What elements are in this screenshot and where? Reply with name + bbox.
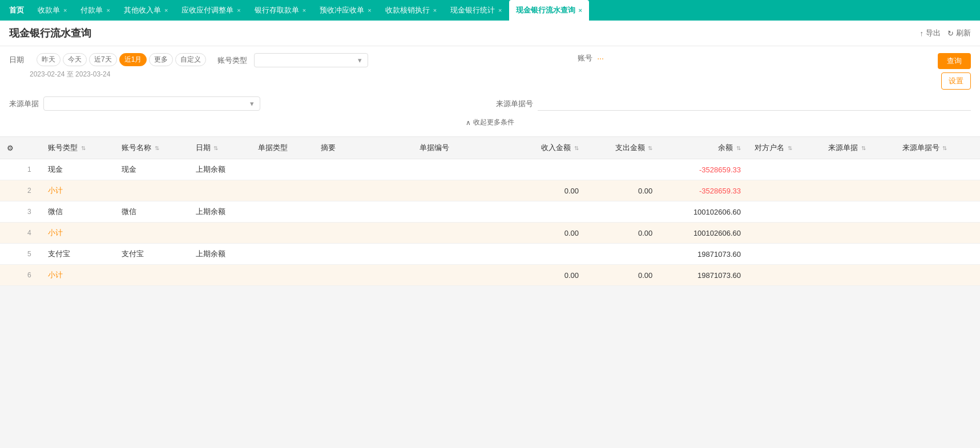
collapse-button[interactable]: ∧ 收起更多条件 [459,115,521,130]
row-account-name [115,223,188,244]
close-cash-bank-stat-icon[interactable]: × [498,7,502,14]
close-bank-deposit-icon[interactable]: × [303,7,306,14]
col-counterpart-label: 对方户名 [755,143,784,152]
col-source-doc[interactable]: 来源单据 ⇅ [821,137,895,159]
nav-item-receipt[interactable]: 收款单 × [31,0,74,21]
nav-item-bank-deposit[interactable]: 银行存取款单 × [248,0,313,21]
page-title: 现金银行流水查询 [9,26,91,40]
row-counterpart [748,201,821,223]
main-table: ⚙ 账号类型 ⇅ 账号名称 ⇅ 日期 ⇅ 单据类型 [0,137,980,286]
row-gear-cell [0,201,21,223]
export-icon: ↑ [920,29,924,38]
nav-item-prepay-offset[interactable]: 预收冲应收单 × [313,0,378,21]
col-expense[interactable]: 支出金额 ⇅ [586,137,659,159]
table-row: 2 小计 0.00 0.00 -3528659.33 [0,180,980,201]
row-date [189,265,252,286]
row-source-doc-no [896,159,980,180]
collapse-chevron-icon: ∧ [466,119,471,127]
col-account-type[interactable]: 账号类型 ⇅ [41,137,115,159]
settings-button[interactable]: 设置 [941,72,971,90]
row-source-doc [821,180,895,201]
close-other-income-icon[interactable]: × [164,7,168,14]
row-num: 2 [21,180,41,201]
close-prepay-offset-icon[interactable]: × [368,7,371,14]
row-doc-type [251,180,314,201]
row-doc-type [251,244,314,265]
nav-item-ar-adjust[interactable]: 应收应付调整单 × [175,0,247,21]
page-header: 现金银行流水查询 ↑ 导出 ↻ 刷新 [0,21,980,46]
row-doc-type [251,265,314,286]
row-income: 0.00 [512,265,586,286]
col-account-name[interactable]: 账号名称 ⇅ [115,137,188,159]
row-source-doc-no [896,265,980,286]
close-payment-icon[interactable]: × [106,7,110,14]
sort-source-doc-no-icon: ⇅ [942,145,947,151]
row-gear-cell [0,159,21,180]
row-gear-cell [0,244,21,265]
refresh-icon: ↻ [947,29,954,38]
col-source-doc-label: 来源单据 [828,143,858,152]
col-source-doc-no[interactable]: 来源单据号 ⇅ [896,137,980,159]
source-doc-group: 来源单据 ▾ [9,96,485,111]
date-btn-1month[interactable]: 近1月 [119,53,147,66]
row-date [189,223,252,244]
gear-icon: ⚙ [7,144,14,152]
row-date: 上期余额 [189,244,252,265]
col-balance-label: 余额 [718,143,733,152]
source-doc-select[interactable]: ▾ [43,96,260,111]
row-num: 1 [21,159,41,180]
date-btn-7days[interactable]: 近7天 [89,53,117,66]
row-expense [586,159,659,180]
close-receipt-icon[interactable]: × [63,7,67,14]
col-doc-type-label: 单据类型 [258,143,288,152]
col-date-label: 日期 [196,143,211,152]
table-row: 3 微信 微信 上期余额 100102606.60 [0,201,980,223]
date-btn-custom[interactable]: 自定义 [175,53,206,66]
date-btn-more[interactable]: 更多 [149,53,173,66]
col-source-doc-no-label: 来源单据号 [902,143,939,152]
nav-item-other-income[interactable]: 其他收入单 × [117,0,175,21]
col-income[interactable]: 收入金额 ⇅ [512,137,586,159]
source-doc-label: 来源单据 [9,99,39,109]
row-source-doc-no [896,201,980,223]
source-doc-no-input[interactable] [538,97,971,111]
nav-cash-bank-flow-label: 现金银行流水查询 [516,5,575,15]
row-source-doc [821,244,895,265]
nav-item-home[interactable]: 首页 [2,0,31,21]
close-ar-adjust-icon[interactable]: × [237,7,240,14]
row-balance: 100102606.60 [659,201,748,223]
row-income: 0.00 [512,223,586,244]
account-ellipsis-button[interactable]: ··· [597,54,604,63]
nav-ar-adjust-label: 应收应付调整单 [182,5,233,15]
date-btn-today[interactable]: 今天 [63,53,87,66]
row-account-name: 微信 [115,201,188,223]
nav-item-cash-bank-stat[interactable]: 现金银行统计 × [443,0,509,21]
row-doc-type [251,223,314,244]
account-type-select[interactable]: ▾ [254,53,368,67]
sort-counterpart-icon: ⇅ [788,145,792,151]
col-balance[interactable]: 余额 ⇅ [659,137,748,159]
query-button[interactable]: 查询 [938,53,971,69]
close-receipt-verify-icon[interactable]: × [433,7,437,14]
nav-item-cash-bank-flow[interactable]: 现金银行流水查询 × [509,0,589,21]
nav-item-payment[interactable]: 付款单 × [74,0,116,21]
col-summary-label: 摘要 [321,143,336,152]
nav-item-receipt-verify[interactable]: 收款核销执行 × [378,0,443,21]
refresh-button[interactable]: ↻ 刷新 [947,28,971,38]
table-container: ⚙ 账号类型 ⇅ 账号名称 ⇅ 日期 ⇅ 单据类型 [0,137,980,286]
export-button[interactable]: ↑ 导出 [920,28,941,38]
col-counterpart[interactable]: 对方户名 ⇅ [748,137,821,159]
date-shortcuts: 昨天 今天 近7天 近1月 更多 自定义 [37,53,206,66]
date-range-display: 2023-02-24 至 2023-03-24 [30,70,206,79]
nav-bank-deposit-label: 银行存取款单 [255,5,299,15]
col-income-label: 收入金额 [541,143,571,152]
col-gear[interactable]: ⚙ [0,137,21,159]
row-expense: 0.00 [586,265,659,286]
col-date[interactable]: 日期 ⇅ [189,137,252,159]
row-summary [314,265,413,286]
row-date: 上期余额 [189,201,252,223]
row-doc-no [413,201,511,223]
close-cash-bank-flow-icon[interactable]: × [579,7,582,14]
row-doc-no [413,180,511,201]
date-btn-yesterday[interactable]: 昨天 [37,53,61,66]
